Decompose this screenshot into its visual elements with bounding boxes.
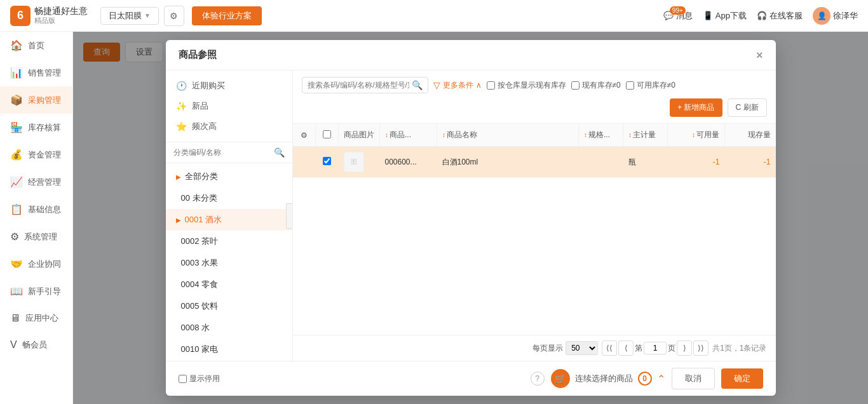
help-icon[interactable]: ? [531,372,545,386]
modal-right-panel: 🔍 ▽ 更多条件 ∧ 按仓库显示现有库存 [293,71,776,361]
search-toolbar: 🔍 ▽ 更多条件 ∧ 按仓库显示现有库存 [293,71,776,124]
sidebar-icon-7: ⚙ [10,231,19,243]
sidebar-item-5[interactable]: 📈经营管理 [0,168,72,196]
sidebar-item-10[interactable]: 🖥应用中心 [0,305,72,332]
category-item-4[interactable]: 0003 水果 [166,252,292,274]
filter-button[interactable]: ▽ 更多条件 ∧ [433,80,482,91]
check-stock-neq0[interactable]: 现有库存≠0 [571,80,621,91]
category-item-0[interactable]: ▶全部分类 [166,166,292,187]
store-selector[interactable]: 日太阳膜 ▼ [100,7,159,25]
show-disabled-input[interactable] [179,375,187,383]
sidebar-icon-10: 🖥 [10,313,20,324]
sidebar-item-9[interactable]: 📖新手引导 [0,278,72,305]
quick-link-1[interactable]: ✨新品 [166,96,292,116]
page-nav: ⟨⟨ ⟨ 第 页 ⟩ ⟩⟩ [602,340,709,356]
sidebar-label-8: 企业协同 [28,259,61,270]
quick-links: 🕐近期购买✨新品⭐频次高 [166,71,292,142]
check-warehouse[interactable]: 按仓库显示现有库存 [487,80,566,91]
collapse-left-button[interactable]: 《 [286,203,293,229]
category-item-1[interactable]: 00 未分类 [166,187,292,209]
col-header-spec: ↕规格... [579,124,623,147]
sidebar-label-3: 库存核算 [28,122,61,133]
product-search-icon[interactable]: 🔍 [412,80,423,90]
category-item-5[interactable]: 0004 零食 [166,274,292,295]
row-name: 白酒100ml [437,147,579,178]
check-warehouse-label: 按仓库显示现有库存 [498,80,566,91]
select-all-checkbox[interactable] [323,130,331,138]
user-item[interactable]: 👤 徐泽华 [813,7,858,25]
col-header-avail: ↕可用量 [668,124,725,147]
product-table: ⚙ 商品图片 ↕商品... [293,124,776,178]
quick-link-2[interactable]: ⭐频次高 [166,116,292,137]
table-row[interactable]: 图 000600... 白酒100ml 瓶 -1 -1 [293,147,776,178]
confirm-button[interactable]: 确定 [721,368,763,389]
sidebar-item-6[interactable]: 📋基础信息 [0,196,72,223]
app-download-item[interactable]: 📱 App下载 [703,10,747,22]
content-area: 查询 设置 刷新 商品参照 × [73,32,868,404]
category-item-3[interactable]: 0002 茶叶 [166,231,292,252]
check-stock-neq0-input[interactable] [571,81,580,90]
refresh-button[interactable]: C 刷新 [728,98,767,117]
modal-close-button[interactable]: × [756,50,763,61]
col-header-stock: 现存量 [725,124,776,147]
sidebar-item-3[interactable]: 🏪库存核算 [0,114,72,141]
col-header-unit: ↕主计量 [623,124,668,147]
prev-page-button[interactable]: ⟨ [618,340,634,356]
sidebar-item-1[interactable]: 📊销售管理 [0,59,72,86]
message-badge: 99+ [670,6,686,15]
row-check[interactable] [316,147,339,178]
sidebar-label-6: 基础信息 [28,204,61,215]
modal-header: 商品参照 × [166,40,776,71]
cat-name-5: 0004 零食 [181,279,219,290]
cat-name-2: 0001 酒水 [185,214,222,226]
col-header-name: ↕商品名称 [437,124,579,147]
cancel-button[interactable]: 取消 [672,368,715,389]
check-warehouse-input[interactable] [487,81,495,90]
collapse-icon[interactable]: ⌃ [657,373,665,385]
left-panel-inner: 🕐近期购买✨新品⭐频次高 《 🔍 ▶全部分类00 未分类 [166,71,292,361]
check-avail-neq0[interactable]: 可用库存≠0 [626,80,675,91]
last-page-button[interactable]: ⟩⟩ [693,340,709,356]
col-header-code: ↕商品... [380,124,437,147]
sidebar-label-0: 首页 [28,40,44,51]
sidebar-item-7[interactable]: ⚙系统管理 [0,223,72,250]
top-header: 6 畅捷通好生意 精品版 日太阳膜 ▼ ⚙ 体验行业方案 💬 消息 99+ 📱 … [0,0,868,32]
sidebar-item-4[interactable]: 💰资金管理 [0,141,72,168]
search-input-wrap: 🔍 [302,77,428,93]
page-input[interactable] [644,342,667,354]
settings-icon[interactable]: ⚙ [164,6,184,26]
quick-link-icon-1: ✨ [176,101,187,111]
continuous-select: 🛒 连续选择的商品 0 ⌃ [551,369,665,388]
check-avail-neq0-input[interactable] [626,81,634,90]
sidebar-item-2[interactable]: 📦采购管理 [0,86,72,114]
first-page-button[interactable]: ⟨⟨ [602,340,617,356]
per-page-dropdown[interactable]: 50 10 20 100 [566,341,598,355]
show-disabled-check[interactable]: 显示停用 [179,374,220,384]
avatar: 👤 [813,7,831,25]
sidebar-label-10: 应用中心 [25,313,58,324]
quick-link-0[interactable]: 🕐近期购买 [166,76,292,96]
app-label: App下载 [715,10,747,22]
trial-button[interactable]: 体验行业方案 [192,6,262,25]
product-search-input[interactable] [308,81,409,90]
next-page-button[interactable]: ⟩ [677,340,692,356]
category-search-icon[interactable]: 🔍 [274,147,285,158]
category-item-2[interactable]: ▶0001 酒水 [166,209,292,231]
customer-service-item[interactable]: 🎧 在线客服 [757,10,803,22]
sidebar-item-8[interactable]: 🤝企业协同 [0,250,72,278]
category-item-7[interactable]: 0008 水 [166,317,292,339]
category-item-8[interactable]: 0010 家电 [166,339,292,360]
row-checkbox[interactable] [323,157,331,165]
main-layout: 🏠首页📊销售管理📦采购管理🏪库存核算💰资金管理📈经营管理📋基础信息⚙系统管理🤝企… [0,32,868,404]
sidebar-item-0[interactable]: 🏠首页 [0,32,72,59]
row-unit: 瓶 [623,147,668,178]
add-product-button[interactable]: + 新增商品 [670,98,722,117]
sidebar-item-11[interactable]: V畅会员 [0,332,72,358]
quick-link-icon-0: 🕐 [176,81,187,91]
category-item-6[interactable]: 0005 饮料 [166,295,292,317]
store-name: 日太阳膜 [109,10,142,22]
category-search-input[interactable] [173,148,270,157]
col-header-settings[interactable]: ⚙ [293,124,316,147]
cat-name-8: 0010 家电 [181,344,219,355]
message-icon-item[interactable]: 💬 消息 99+ [663,10,693,22]
